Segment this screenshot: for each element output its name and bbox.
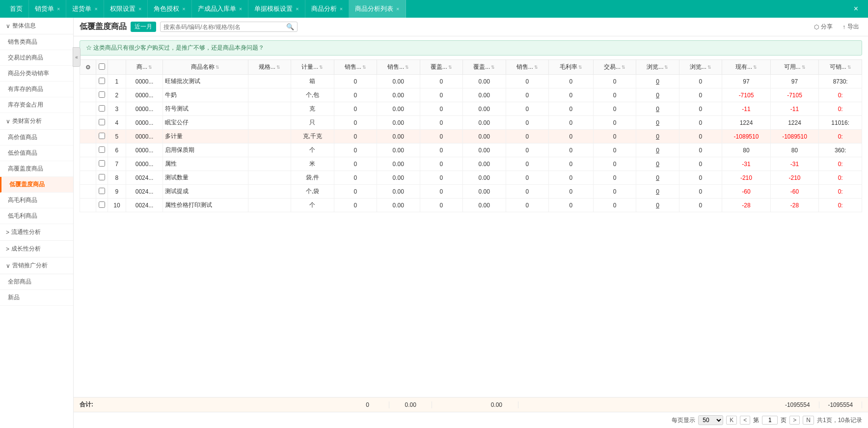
row-settings[interactable] [80, 116, 96, 130]
row-checkbox[interactable] [96, 185, 108, 199]
nav-permission[interactable]: 权限设置 × [104, 0, 148, 18]
sidebar-item-low-value[interactable]: 低价值商品 [0, 145, 73, 161]
close-icon[interactable]: × [57, 6, 60, 12]
row-settings[interactable] [80, 143, 96, 157]
last-page-button[interactable]: N [803, 416, 814, 425]
col-code[interactable]: 商...⇅ [126, 60, 163, 75]
row-view1[interactable]: 0 [636, 143, 679, 157]
share-button[interactable]: ⬡ 分享 [811, 22, 836, 32]
sidebar-section-liquidity[interactable]: > 流通性分析 [0, 224, 73, 241]
close-icon[interactable]: × [340, 6, 343, 12]
row-settings[interactable] [80, 88, 96, 102]
col-sale3[interactable]: 销售...⇅ [506, 60, 548, 75]
sidebar-item-category-rate[interactable]: 商品分类动销率 [0, 66, 73, 82]
page-size-select[interactable]: 50 20 100 [698, 415, 723, 425]
sidebar-section-growth[interactable]: > 成长性分析 [0, 241, 73, 257]
next-page-button[interactable]: > [789, 416, 800, 425]
row-checkbox[interactable] [96, 171, 108, 185]
row-checkbox[interactable] [96, 199, 108, 212]
sidebar-item-low-profit[interactable]: 低毛利商品 [0, 208, 73, 224]
close-icon[interactable]: × [296, 6, 298, 12]
col-cover1[interactable]: 覆盖...⇅ [420, 60, 462, 75]
row-view1[interactable]: 0 [636, 116, 679, 130]
sidebar-section-marketing[interactable]: ∨ 营销推广分析 [0, 257, 73, 274]
sidebar-section-overall[interactable]: ∨ 整体信息 [0, 18, 73, 34]
col-gross[interactable]: 毛利率⇅ [548, 60, 593, 75]
page-number-input[interactable] [762, 416, 778, 425]
row-select-checkbox[interactable] [99, 105, 105, 112]
row-view1[interactable]: 0 [636, 75, 679, 88]
search-icon[interactable]: 🔍 [286, 23, 294, 30]
row-select-checkbox[interactable] [99, 146, 105, 153]
col-stock3[interactable]: 可销...⇅ [819, 60, 862, 75]
col-view1[interactable]: 浏览...⇅ [636, 60, 679, 75]
data-table-wrapper[interactable]: ⚙ 商...⇅ 商品名称⇅ 规格...⇅ 计量...⇅ 销售...⇅ 销售...… [74, 59, 868, 397]
col-unit[interactable]: 计量...⇅ [291, 60, 334, 75]
first-page-button[interactable]: K [726, 416, 737, 425]
col-name[interactable]: 商品名称⇅ [163, 60, 248, 75]
row-settings[interactable] [80, 75, 96, 88]
row-view1[interactable]: 0 [636, 130, 679, 143]
nav-template[interactable]: 单据模板设置 × [248, 0, 305, 18]
select-all-checkbox[interactable] [99, 63, 105, 70]
row-view1[interactable]: 0 [636, 88, 679, 102]
col-trade[interactable]: 交易...⇅ [593, 60, 636, 75]
row-view1[interactable]: 0 [636, 185, 679, 199]
nav-purchase[interactable]: 进货单 × [66, 0, 104, 18]
close-icon[interactable]: × [182, 6, 185, 12]
nav-product-storage[interactable]: 产成品入库单 × [192, 0, 248, 18]
nav-home[interactable]: 首页 [4, 0, 29, 18]
row-view1[interactable]: 0 [636, 157, 679, 171]
col-sale-amt[interactable]: 销售...⇅ [377, 60, 420, 75]
close-icon[interactable]: × [396, 6, 399, 12]
row-view1[interactable]: 0 [636, 199, 679, 212]
nav-role[interactable]: 角色授权 × [148, 0, 191, 18]
nav-sales[interactable]: 销货单 × [29, 0, 66, 18]
checkbox-column-header[interactable] [96, 60, 108, 75]
row-settings[interactable] [80, 185, 96, 199]
row-checkbox[interactable] [96, 75, 108, 88]
row-select-checkbox[interactable] [99, 133, 105, 139]
close-icon[interactable]: × [94, 6, 97, 12]
settings-column-header[interactable]: ⚙ [80, 60, 96, 75]
col-spec[interactable]: 规格...⇅ [248, 60, 291, 75]
nav-product-analysis[interactable]: 商品分析 × [305, 0, 349, 18]
row-settings[interactable] [80, 102, 96, 116]
date-range-button[interactable]: 近一月 [131, 22, 156, 32]
sidebar-item-stock-goods[interactable]: 有库存的商品 [0, 82, 73, 97]
row-view1[interactable]: 0 [636, 102, 679, 116]
sidebar-item-stock-capital[interactable]: 库存资金占用 [0, 97, 73, 113]
sidebar-item-low-coverage[interactable]: 低覆盖度商品 [0, 177, 73, 193]
row-select-checkbox[interactable] [99, 188, 105, 194]
export-button[interactable]: ↑ 导出 [840, 22, 862, 32]
row-select-checkbox[interactable] [99, 91, 105, 98]
sidebar-section-wealth[interactable]: ∨ 类财富分析 [0, 113, 73, 130]
close-icon[interactable]: × [239, 6, 242, 12]
row-settings[interactable] [80, 130, 96, 143]
row-checkbox[interactable] [96, 88, 108, 102]
row-settings[interactable] [80, 157, 96, 171]
sidebar-item-high-coverage[interactable]: 高覆盖度商品 [0, 161, 73, 177]
window-close-button[interactable]: × [848, 4, 864, 13]
col-stock2[interactable]: 可用...⇅ [770, 60, 819, 75]
nav-product-analysis-list[interactable]: 商品分析列表 × [349, 0, 406, 18]
col-view2[interactable]: 浏览...⇅ [679, 60, 722, 75]
row-select-checkbox[interactable] [99, 78, 105, 84]
row-settings[interactable] [80, 199, 96, 212]
sidebar-item-sales-goods[interactable]: 销售类商品 [0, 34, 73, 50]
row-select-checkbox[interactable] [99, 201, 105, 208]
sidebar-item-traded-goods[interactable]: 交易过的商品 [0, 50, 73, 66]
sidebar-item-high-profit[interactable]: 高毛利商品 [0, 193, 73, 208]
row-checkbox[interactable] [96, 102, 108, 116]
row-checkbox[interactable] [96, 130, 108, 143]
row-select-checkbox[interactable] [99, 160, 105, 167]
row-select-checkbox[interactable] [99, 119, 105, 125]
sidebar-collapse-button[interactable]: « [73, 47, 81, 67]
col-stock1[interactable]: 现有...⇅ [722, 60, 771, 75]
sidebar-item-all-goods[interactable]: 全部商品 [0, 274, 73, 290]
col-sale-qty[interactable]: 销售...⇅ [334, 60, 377, 75]
sidebar-item-new-goods[interactable]: 新品 [0, 290, 73, 306]
close-icon[interactable]: × [138, 6, 141, 12]
row-checkbox[interactable] [96, 143, 108, 157]
prev-page-button[interactable]: < [740, 416, 750, 425]
